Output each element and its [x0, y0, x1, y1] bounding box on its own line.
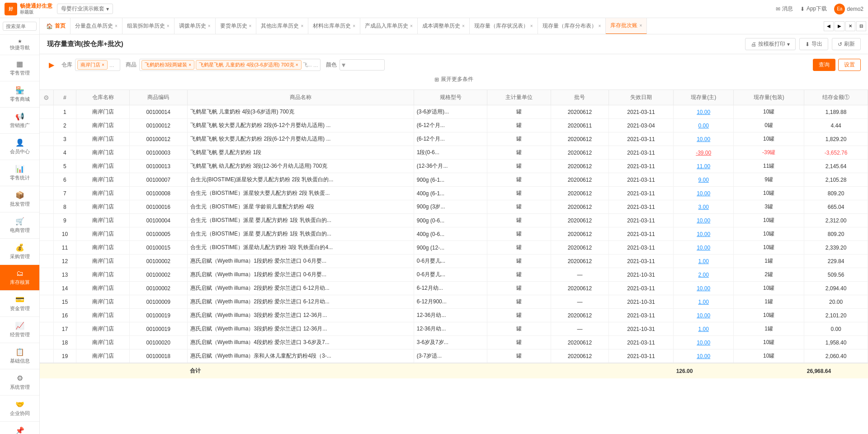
sidebar-item-ecom[interactable]: 🛒 电商管理	[0, 212, 39, 239]
quick-nav-label: 快捷导航	[10, 44, 30, 51]
row-expire: 2021-03-11	[609, 336, 673, 349]
row-stock-pkg: 10罐	[734, 282, 804, 295]
tab-next-button[interactable]: ▶	[835, 21, 844, 31]
sidebar-label-member: 会员中心	[10, 148, 30, 155]
color-dropdown-arrow[interactable]: ▾	[342, 61, 345, 69]
tab-product-in[interactable]: 产成品入库单历史 ×	[360, 18, 418, 34]
tab-prev-button[interactable]: ◀	[824, 21, 834, 31]
row-stock-main[interactable]: 3.00	[674, 200, 734, 214]
tab-split-inventory[interactable]: 分量盘点单历史 ×	[71, 18, 123, 34]
row-spec: 400g (6-1...	[414, 187, 487, 200]
row-index: 11	[53, 241, 76, 255]
settings-button[interactable]: 设置	[838, 59, 861, 71]
row-stock-pkg: 1罐	[734, 255, 804, 268]
row-stock-main[interactable]: 9.00	[674, 173, 734, 187]
sidebar-item-member[interactable]: 👤 会员中心	[0, 134, 39, 160]
row-stock-main[interactable]: 10.00	[674, 349, 734, 363]
row-stock-main[interactable]: 0.00	[674, 119, 734, 132]
tab-transfer[interactable]: 调拨单历史 ×	[175, 18, 216, 34]
query-button[interactable]: 查询	[813, 59, 835, 71]
tab-stock-status-close[interactable]: ×	[530, 24, 533, 28]
tab-cost-adjust[interactable]: 成本调整单历史 ×	[418, 18, 470, 34]
expand-btn[interactable]: ⊞ 展开更多条件	[431, 74, 477, 85]
tab-disassemble[interactable]: 组装拆卸单历史 ×	[123, 18, 175, 34]
search-input[interactable]	[3, 22, 37, 31]
tab-stock-status[interactable]: 现存量（库存状况表） ×	[470, 18, 538, 34]
tab-requisition[interactable]: 要货单历史 ×	[216, 18, 257, 34]
row-expire: 2021-03-11	[609, 173, 673, 187]
row-stock-main[interactable]: 10.00	[674, 132, 734, 146]
row-stock-main[interactable]: 11.00	[674, 160, 734, 173]
row-expire: 2021-03-11	[609, 160, 673, 173]
warehouse-tag-close[interactable]: ×	[102, 62, 104, 67]
sidebar-item-inventory[interactable]: 🗂 库存核算	[0, 265, 39, 291]
sidebar-item-marketing[interactable]: 📢 营销推广	[0, 108, 39, 134]
sidebar-item-system[interactable]: ⚙ 系统管理	[0, 369, 39, 396]
company-select[interactable]: 母婴行业演示账套 ▾	[57, 4, 113, 14]
user-avatar[interactable]: Ea demo2	[834, 4, 863, 14]
sidebar-item-retail-stats[interactable]: 📊 零售统计	[0, 160, 39, 186]
export-button[interactable]: ⬇ 导出	[799, 38, 828, 50]
row-stock-main[interactable]: 10.00	[674, 336, 734, 349]
quick-nav[interactable]: ★ 快捷导航	[0, 35, 39, 55]
sidebar-item-finance[interactable]: 💳 资金管理	[0, 291, 39, 317]
row-batch: —	[551, 295, 609, 309]
sidebar-item-retail[interactable]: ▦ 零售管理	[0, 55, 39, 81]
row-stock-main[interactable]: 10.00	[674, 241, 734, 255]
row-balance: 2,105.28	[804, 173, 868, 187]
row-code: 00100013	[129, 160, 187, 173]
sidebar-item-corp[interactable]: 🤝 企业协同	[0, 396, 39, 422]
sidebar-search-area	[0, 18, 39, 35]
filter-expand-arrow[interactable]: ▶	[47, 61, 56, 69]
row-code: 00100014	[129, 105, 187, 119]
row-stock-main[interactable]: 10.00	[674, 105, 734, 119]
row-stock-main[interactable]: 10.00	[674, 309, 734, 322]
tab-cost-adjust-close[interactable]: ×	[462, 24, 465, 28]
tab-material-out[interactable]: 材料出库单历史 ×	[308, 18, 360, 34]
tab-requisition-close[interactable]: ×	[249, 24, 252, 28]
tab-batch-voucher[interactable]: 库存批次账 ×	[606, 18, 647, 34]
tab-menu-button[interactable]: ⊟	[856, 21, 866, 31]
refresh-icon: ↺	[838, 41, 842, 47]
sidebar-item-basic[interactable]: 📋 基础信息	[0, 343, 39, 369]
row-spec: 1段(0-6...	[414, 146, 487, 160]
product-tag-2-close[interactable]: ×	[296, 62, 298, 67]
tab-home[interactable]: 🏠 首页	[42, 18, 71, 34]
row-stock-main[interactable]: 10.00	[674, 214, 734, 227]
sidebar-item-retail-shop[interactable]: 🏪 零售商城	[0, 81, 39, 108]
row-stock-main[interactable]: 10.00	[674, 282, 734, 295]
tab-nav-buttons: ◀ ▶ ✕ ⊟	[824, 21, 866, 31]
row-stock-main[interactable]: 2.00	[674, 268, 734, 282]
tab-product-in-close[interactable]: ×	[410, 24, 413, 28]
refresh-button[interactable]: ↺ 刷新	[832, 38, 861, 50]
row-stock-pkg: 1罐	[734, 295, 804, 309]
sidebar-item-wholesale[interactable]: 📦 批发管理	[0, 186, 39, 212]
tab-material-out-close[interactable]: ×	[353, 24, 355, 28]
row-stock-main[interactable]: -39.00	[674, 146, 734, 160]
sidebar-item-purchase[interactable]: 💰 采购管理	[0, 239, 39, 265]
app-download-button[interactable]: ⬇ App下载	[800, 5, 827, 13]
row-stock-main[interactable]: 10.00	[674, 227, 734, 241]
row-stock-main[interactable]: 10.00	[674, 187, 734, 200]
tab-batch-voucher-close[interactable]: ×	[639, 23, 642, 28]
tab-split-inventory-close[interactable]: ×	[115, 24, 118, 28]
row-stock-main[interactable]: 1.00	[674, 295, 734, 309]
row-stock-pkg: 1罐	[734, 322, 804, 336]
sidebar-item-operations[interactable]: 📈 经营管理	[0, 317, 39, 343]
print-button[interactable]: 🖨 按模板打印 ▾	[745, 38, 796, 50]
messages-button[interactable]: ✉ 消息	[776, 5, 793, 13]
table-settings-icon[interactable]: ⚙	[43, 94, 49, 101]
tab-close-button[interactable]: ✕	[845, 21, 855, 31]
tab-stock-dist[interactable]: 现存量（库存分布表） ×	[538, 18, 606, 34]
row-name: 飞鹤星飞帆 较大婴儿配方奶粉 2段(6-12个月婴幼儿适用) ...	[187, 119, 414, 132]
tab-other-out-close[interactable]: ×	[301, 24, 303, 28]
product-tag-1-close[interactable]: ×	[189, 62, 191, 67]
tab-disassemble-close[interactable]: ×	[167, 24, 170, 28]
tab-stock-dist-close[interactable]: ×	[599, 24, 601, 28]
product-tag-more: 飞...	[303, 61, 312, 68]
row-stock-main[interactable]: 1.00	[674, 322, 734, 336]
tab-other-out[interactable]: 其他出库单历史 ×	[256, 18, 308, 34]
tab-transfer-close[interactable]: ×	[208, 24, 211, 28]
sidebar-item-guide[interactable]: 📌 新手引导	[0, 422, 39, 434]
row-stock-main[interactable]: 1.00	[674, 255, 734, 268]
